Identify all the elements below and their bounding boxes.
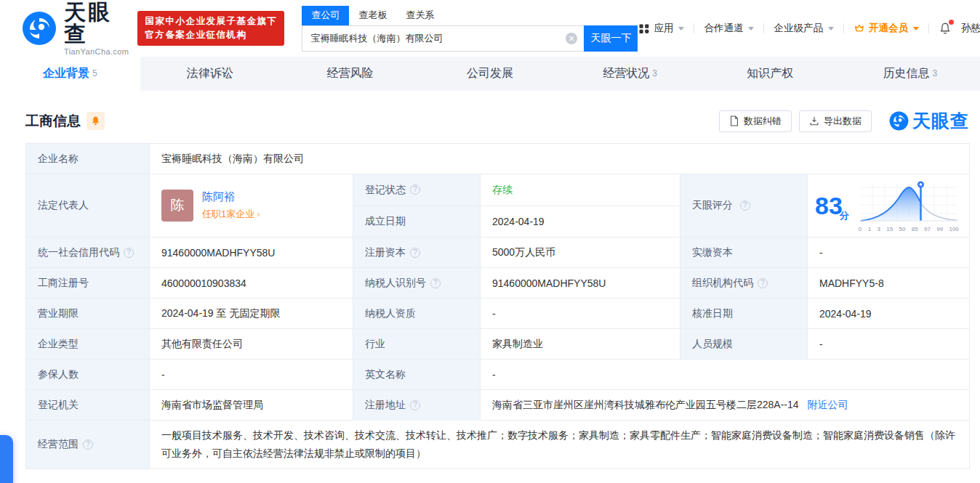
business-scope-value: 一般项目技术服务、技术开发、技术咨询、技术交流、技术转让、技术推广；数字技术服务… bbox=[150, 421, 970, 469]
help-icon[interactable] bbox=[124, 248, 134, 258]
score-chart-tick: 0 bbox=[859, 226, 861, 232]
tab-label: 企业背景 bbox=[43, 66, 89, 81]
company-name-label: 企业名称 bbox=[26, 144, 150, 174]
reg-address-cell: 海南省三亚市崖州区崖州湾科技城雅布伦产业园五号楼二层228A--14 附近公司 bbox=[481, 390, 970, 421]
search-button[interactable]: 天眼一下 bbox=[584, 25, 638, 52]
tianyancha-watermark: 天眼查 bbox=[889, 109, 969, 133]
score-chart-tick: 85 bbox=[912, 226, 918, 232]
search-module: 查公司 查老板 查关系 天眼一下 bbox=[302, 6, 638, 52]
help-icon[interactable] bbox=[430, 278, 441, 288]
top-header: 天眼查 TianYanCha.com 国家中小企业发展子基金旗下 官方备案企业征… bbox=[0, 0, 980, 57]
menu-item-partner[interactable]: 合作通道 bbox=[704, 22, 754, 35]
gov-badge-line2: 官方备案企业征信机构 bbox=[145, 28, 277, 42]
company-name-value: 宝褥睡眠科技（海南）有限公司 bbox=[150, 144, 970, 174]
tianyancha-logo[interactable]: 天眼查 TianYanCha.com bbox=[22, 1, 129, 56]
orange-bell-icon bbox=[90, 115, 101, 126]
tab-history-info[interactable]: 历史信息 3 bbox=[840, 57, 980, 91]
logo-brand-name: 天眼查 bbox=[64, 1, 129, 45]
floating-side-widget[interactable] bbox=[0, 435, 13, 483]
tab-label: 经营状况 bbox=[603, 66, 649, 81]
insured-count-value: - bbox=[150, 360, 353, 390]
help-icon[interactable] bbox=[83, 439, 93, 450]
table-row: 企业名称 宝褥睡眠科技（海南）有限公司 bbox=[26, 144, 970, 174]
legal-rep-card: 陈 陈阿裕 任职1家企业 bbox=[161, 190, 341, 222]
company-type-label: 企业类型 bbox=[26, 329, 150, 360]
paid-capital-value: - bbox=[808, 238, 970, 268]
table-row: 统一社会信用代码 91460000MADHFYY58U 注册资本 5000万人民… bbox=[26, 238, 970, 268]
taxpayer-qual-label: 纳税人资质 bbox=[353, 299, 481, 329]
taxpayer-qual-value: - bbox=[481, 299, 680, 329]
est-date-label: 成立日期 bbox=[353, 206, 481, 237]
search-tab-company[interactable]: 查公司 bbox=[302, 6, 349, 25]
tab-label: 公司发展 bbox=[467, 66, 513, 81]
menu-item-enterprise[interactable]: 企业级产品 bbox=[774, 22, 834, 35]
org-code-label: 组织机构代码 bbox=[680, 268, 808, 299]
taxpayer-id-value: 91460000MADHFYY58U bbox=[481, 268, 680, 299]
reg-authority-value: 海南省市场监督管理局 bbox=[150, 390, 353, 421]
staff-size-label: 人员规模 bbox=[680, 329, 808, 360]
menu-item-vip[interactable]: 开通会员 bbox=[854, 22, 919, 35]
document-icon bbox=[729, 115, 739, 126]
table-row: 登记机关 海南省市场监督管理局 注册地址 海南省三亚市崖州区崖州湾科技城雅布伦产… bbox=[26, 390, 970, 421]
tianyancha-logo-icon bbox=[22, 11, 57, 46]
english-name-label: 英文名称 bbox=[353, 360, 481, 390]
notifications-bell[interactable] bbox=[939, 22, 952, 35]
download-icon bbox=[809, 115, 819, 126]
legal-rep-companies-link[interactable]: 任职1家企业 bbox=[202, 208, 260, 221]
clear-search-icon[interactable] bbox=[566, 33, 577, 44]
company-type-value: 其他有限责任公司 bbox=[150, 329, 353, 360]
score-number: 83 bbox=[815, 192, 843, 219]
chevron-down-icon bbox=[678, 27, 684, 31]
business-info-table: 企业名称 宝褥睡眠科技（海南）有限公司 法定代表人 陈 陈阿裕 任职1家企业 登… bbox=[25, 143, 970, 469]
section-title: 工商信息 bbox=[25, 112, 81, 131]
data-correction-button[interactable]: 数据纠错 bbox=[719, 110, 792, 132]
section-actions: 数据纠错 导出数据 天眼查 bbox=[719, 109, 969, 133]
chevron-down-icon bbox=[748, 27, 754, 31]
logo-text: 天眼查 TianYanCha.com bbox=[64, 1, 129, 56]
search-tab-relation[interactable]: 查关系 bbox=[396, 6, 443, 25]
tab-intellectual-property[interactable]: 知识产权 bbox=[700, 57, 840, 91]
help-icon[interactable] bbox=[410, 184, 420, 195]
search-input[interactable] bbox=[302, 25, 584, 52]
search-tab-boss[interactable]: 查老板 bbox=[349, 6, 396, 25]
menu-enterprise-label: 企业级产品 bbox=[774, 22, 823, 35]
tab-count: 3 bbox=[932, 68, 937, 78]
tab-legal-proceedings[interactable]: 法律诉讼 bbox=[140, 57, 281, 91]
score-chart-ticks: 0131550859799100 bbox=[858, 226, 960, 232]
monitor-bell-button[interactable] bbox=[87, 112, 105, 130]
score-chart-tick: 15 bbox=[886, 226, 893, 232]
taxpayer-id-label: 纳税人识别号 bbox=[353, 268, 481, 299]
section-header: 工商信息 数据纠错 导出数据 bbox=[25, 109, 969, 133]
tab-label: 经营风险 bbox=[326, 66, 373, 81]
tab-operating-status[interactable]: 经营状况 3 bbox=[560, 57, 700, 91]
menu-item-user[interactable]: 孙慈 bbox=[961, 22, 980, 35]
tab-company-background[interactable]: 企业背景 5 bbox=[0, 57, 140, 91]
english-name-value: - bbox=[481, 360, 970, 390]
nearby-companies-link[interactable]: 附近公司 bbox=[807, 399, 848, 410]
tab-operational-risk[interactable]: 经营风险 bbox=[280, 57, 420, 91]
gov-certification-badge: 国家中小企业发展子基金旗下 官方备案企业征信机构 bbox=[137, 11, 284, 46]
tab-count: 3 bbox=[652, 68, 657, 78]
help-icon[interactable] bbox=[410, 248, 420, 258]
avatar[interactable]: 陈 bbox=[161, 190, 193, 222]
score-chart-tick: 97 bbox=[924, 226, 931, 232]
menu-item-apps[interactable]: 应用 bbox=[638, 22, 684, 35]
menu-divider bbox=[763, 23, 764, 33]
tab-company-development[interactable]: 公司发展 bbox=[420, 57, 561, 91]
help-icon[interactable] bbox=[740, 200, 750, 211]
export-data-button[interactable]: 导出数据 bbox=[799, 110, 872, 132]
table-row: 工商注册号 460000010903834 纳税人识别号 91460000MAD… bbox=[26, 268, 970, 299]
chevron-down-icon bbox=[913, 27, 919, 31]
gov-badge-line1: 国家中小企业发展子基金旗下 bbox=[145, 15, 277, 28]
score-chart-tick: 50 bbox=[899, 226, 905, 232]
table-row: 经营范围 一般项目技术服务、技术开发、技术咨询、技术交流、技术转让、技术推广；数… bbox=[26, 421, 970, 469]
menu-divider bbox=[843, 23, 844, 33]
company-nav-tabs: 企业背景 5 法律诉讼 经营风险 公司发展 经营状况 3 知识产权 历史信息 3 bbox=[0, 57, 980, 91]
legal-rep-name-link[interactable]: 陈阿裕 bbox=[202, 190, 260, 204]
tab-label: 法律诉讼 bbox=[187, 66, 233, 81]
table-row: 营业期限 2024-04-19 至 无固定期限 纳税人资质 - 核准日期 202… bbox=[26, 299, 970, 329]
help-icon[interactable] bbox=[410, 400, 420, 410]
score-chart-tick: 100 bbox=[949, 226, 958, 232]
menu-partner-label: 合作通道 bbox=[704, 22, 743, 35]
help-icon[interactable] bbox=[758, 278, 768, 288]
